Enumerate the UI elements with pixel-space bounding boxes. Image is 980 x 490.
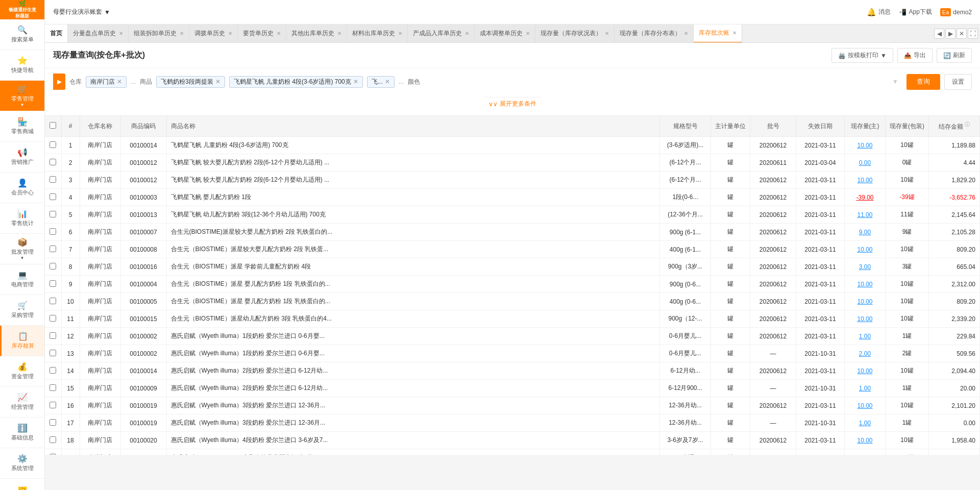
row-checkbox[interactable] bbox=[50, 263, 56, 270]
cell-stock-main[interactable]: 10.00 bbox=[845, 241, 886, 258]
close-icon[interactable]: ✕ bbox=[119, 31, 123, 36]
cell-stock-main[interactable]: 10.00 bbox=[845, 432, 886, 449]
close-icon[interactable]: ✕ bbox=[398, 31, 402, 36]
tab-fenpan[interactable]: 分量盘点单历史 ✕ bbox=[68, 24, 129, 43]
cell-stock-main[interactable]: 1.00 bbox=[845, 380, 886, 397]
cell-stock-main[interactable]: 3.00 bbox=[845, 258, 886, 276]
row-checkbox[interactable] bbox=[50, 159, 56, 165]
row-checkbox[interactable] bbox=[50, 315, 56, 322]
tab-home[interactable]: 首页 bbox=[45, 24, 68, 43]
select-all-checkbox[interactable] bbox=[50, 122, 56, 129]
cell-stock-main[interactable]: 10.00 bbox=[845, 293, 886, 310]
product-tag1[interactable]: 飞鹤奶粉3段两提装 ✕ bbox=[156, 76, 225, 88]
cell-checkbox[interactable] bbox=[45, 362, 61, 380]
cell-checkbox[interactable] bbox=[45, 449, 61, 455]
filter-dots2[interactable]: ... bbox=[399, 78, 404, 85]
cell-stock-main[interactable]: 10.00 bbox=[845, 310, 886, 328]
refresh-btn[interactable]: 🔄 刷新 bbox=[937, 48, 972, 63]
row-checkbox[interactable] bbox=[50, 419, 56, 426]
sidebar-item-members[interactable]: 👤 会员中心 bbox=[0, 173, 44, 203]
cell-checkbox[interactable] bbox=[45, 380, 61, 397]
sidebar-item-finance[interactable]: 💰 资金管理 bbox=[0, 356, 44, 387]
cell-checkbox[interactable] bbox=[45, 432, 61, 449]
query-btn[interactable]: 查询 bbox=[906, 74, 940, 90]
sidebar-item-inventory[interactable]: 📋 库存核算 bbox=[0, 326, 44, 356]
cell-checkbox[interactable] bbox=[45, 137, 61, 154]
product-tag3[interactable]: 飞... ✕ bbox=[367, 76, 395, 88]
export-btn[interactable]: 📤 导出 bbox=[897, 48, 933, 63]
cell-checkbox[interactable] bbox=[45, 328, 61, 345]
close-icon[interactable]: ✕ bbox=[337, 31, 341, 36]
row-checkbox[interactable] bbox=[50, 402, 56, 408]
cell-stock-main[interactable]: 10.00 bbox=[845, 449, 886, 455]
sidebar-item-wholesale[interactable]: 📦 批发管理 ▼ bbox=[0, 234, 44, 264]
row-checkbox[interactable] bbox=[50, 141, 56, 148]
tab-kucun-active[interactable]: 库存批次账 ✕ bbox=[694, 24, 742, 43]
tab-xiancun1[interactable]: 现存量（库存状况表） ✕ bbox=[535, 24, 615, 43]
close-icon[interactable]: ✕ bbox=[465, 31, 469, 36]
sidebar-item-quicknav[interactable]: ⭐ 快捷导航 bbox=[0, 50, 44, 81]
user-avatar[interactable]: Ea demo2 bbox=[940, 8, 972, 16]
cell-stock-main[interactable]: 10.00 bbox=[845, 397, 886, 414]
row-checkbox[interactable] bbox=[50, 454, 56, 455]
cell-checkbox[interactable] bbox=[45, 189, 61, 206]
setting-btn[interactable]: 设置 bbox=[944, 74, 972, 90]
remove-product3-btn[interactable]: ✕ bbox=[385, 78, 390, 85]
cell-checkbox[interactable] bbox=[45, 206, 61, 224]
close-icon[interactable]: ✕ bbox=[180, 31, 184, 36]
cell-checkbox[interactable] bbox=[45, 293, 61, 310]
print-btn[interactable]: 🖨️ 按模板打印 ▼ bbox=[831, 48, 893, 63]
cell-checkbox[interactable] bbox=[45, 172, 61, 189]
cell-stock-main[interactable]: 0.00 bbox=[845, 154, 886, 172]
row-checkbox[interactable] bbox=[50, 246, 56, 252]
sidebar-item-ecommerce[interactable]: 💻 电商管理 bbox=[0, 264, 44, 295]
sidebar-item-retail[interactable]: 🛒 零售管理 ▼ bbox=[0, 81, 44, 111]
tab-zuzhuang[interactable]: 组装拆卸单历史 ✕ bbox=[129, 24, 189, 43]
row-checkbox[interactable] bbox=[50, 350, 56, 356]
sidebar-item-mall[interactable]: 🏪 零售商城 bbox=[0, 111, 44, 142]
tab-next-btn[interactable]: ▶ bbox=[945, 29, 955, 39]
close-icon[interactable]: ✕ bbox=[228, 31, 232, 36]
sidebar-item-retail-stats[interactable]: 📊 零售统计 bbox=[0, 203, 44, 234]
sidebar-item-system[interactable]: ⚙️ 系统管理 bbox=[0, 448, 44, 479]
row-checkbox[interactable] bbox=[50, 367, 56, 374]
cell-stock-main[interactable]: 11.00 bbox=[845, 206, 886, 224]
cell-checkbox[interactable] bbox=[45, 310, 61, 328]
row-checkbox[interactable] bbox=[50, 384, 56, 391]
tab-diaobo[interactable]: 调拨单历史 ✕ bbox=[189, 24, 238, 43]
cell-stock-main[interactable]: 10.00 bbox=[845, 137, 886, 154]
close-icon[interactable]: ✕ bbox=[605, 31, 609, 36]
close-icon[interactable]: ✕ bbox=[526, 31, 530, 36]
cell-checkbox[interactable] bbox=[45, 345, 61, 362]
cell-stock-main[interactable]: 1.00 bbox=[845, 328, 886, 345]
close-icon[interactable]: ✕ bbox=[732, 30, 737, 36]
row-checkbox[interactable] bbox=[50, 228, 56, 235]
cell-checkbox[interactable] bbox=[45, 154, 61, 172]
cell-stock-main[interactable]: 10.00 bbox=[845, 362, 886, 380]
product-tag2[interactable]: 飞鹤星飞帆 儿童奶粉 4段(3-6岁适用) 700克 ✕ bbox=[229, 76, 363, 88]
filter-dots1[interactable]: ... bbox=[131, 78, 136, 85]
cell-checkbox[interactable] bbox=[45, 224, 61, 241]
sidebar-item-purchase[interactable]: 🛒 采购管理 bbox=[0, 295, 44, 326]
row-checkbox[interactable] bbox=[50, 436, 56, 443]
tab-fullscreen-btn[interactable]: ⛶ bbox=[968, 29, 978, 39]
close-icon[interactable]: ✕ bbox=[684, 31, 688, 36]
message-btn[interactable]: 🔔 消息 bbox=[867, 8, 891, 17]
account-dropdown[interactable]: 母婴行业演示账套 ▼ bbox=[53, 8, 110, 16]
sidebar-item-operations[interactable]: 📈 经营管理 bbox=[0, 387, 44, 418]
tab-qita[interactable]: 其他出库单历史 ✕ bbox=[286, 24, 347, 43]
row-checkbox[interactable] bbox=[50, 211, 56, 217]
close-icon[interactable]: ✕ bbox=[277, 31, 281, 36]
amount-info-icon[interactable]: ⓘ bbox=[965, 121, 970, 127]
sidebar-item-collab[interactable]: 🤝 企业协同 bbox=[0, 479, 44, 490]
warehouse-filter-tag[interactable]: 南岸门店 ✕ bbox=[86, 76, 127, 88]
sidebar-item-basics[interactable]: ℹ️ 基础信息 bbox=[0, 418, 44, 448]
row-checkbox[interactable] bbox=[50, 280, 56, 287]
sidebar-item-marketing[interactable]: 📢 营销推广 bbox=[0, 142, 44, 173]
tab-chanpin[interactable]: 产成品入库单历史 ✕ bbox=[408, 24, 475, 43]
cell-stock-main[interactable]: 2.00 bbox=[845, 345, 886, 362]
tab-xiancun2[interactable]: 现存量（库存分布表） ✕ bbox=[615, 24, 694, 43]
table-wrapper[interactable]: # 仓库名称 商品编码 商品名称 规格型号 主计量单位 批号 失效日期 现存量(… bbox=[45, 116, 980, 455]
cell-checkbox[interactable] bbox=[45, 397, 61, 414]
cell-stock-main[interactable]: 10.00 bbox=[845, 276, 886, 293]
